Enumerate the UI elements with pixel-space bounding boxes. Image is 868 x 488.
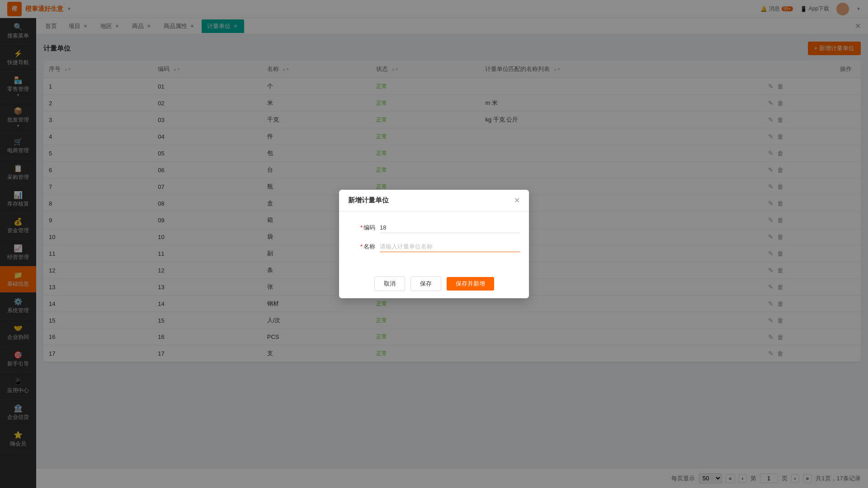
modal-close-btn[interactable]: ✕ <box>514 197 520 204</box>
modal-title: 新增计量单位 <box>348 196 389 205</box>
code-label: 编码 <box>348 224 375 232</box>
save-button[interactable]: 保存 <box>410 277 441 291</box>
add-measure-unit-modal: 新增计量单位 ✕ 编码 名称 取消 保存 保存并新增 <box>339 190 529 298</box>
name-label: 名称 <box>348 243 375 251</box>
name-input[interactable] <box>380 241 520 252</box>
code-input[interactable] <box>380 222 520 233</box>
form-row-code: 编码 <box>348 222 520 233</box>
modal-header: 新增计量单位 ✕ <box>339 190 529 211</box>
save-and-add-button[interactable]: 保存并新增 <box>447 277 494 291</box>
modal-overlay[interactable]: 新增计量单位 ✕ 编码 名称 取消 保存 保存并新增 <box>0 0 868 488</box>
modal-footer: 取消 保存 保存并新增 <box>339 271 529 298</box>
form-row-name: 名称 <box>348 241 520 252</box>
modal-body: 编码 名称 <box>339 211 529 271</box>
cancel-button[interactable]: 取消 <box>374 277 405 291</box>
